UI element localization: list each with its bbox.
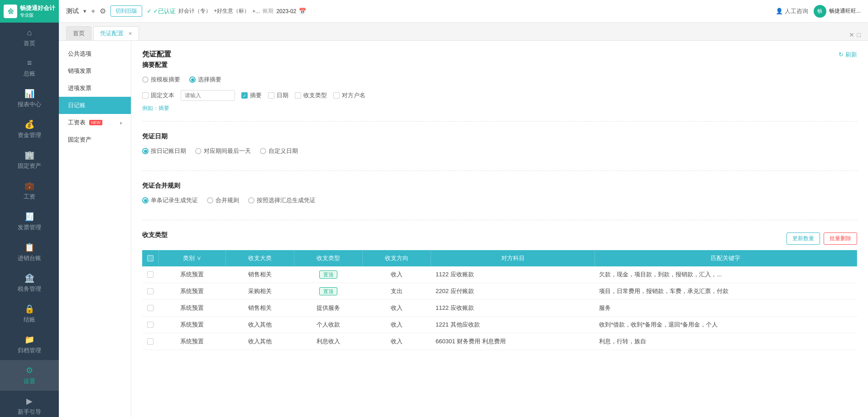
report-icon: 📊 <box>24 89 34 99</box>
update-count-button[interactable]: 更新数量 <box>786 232 820 245</box>
sidebar-item-archive[interactable]: 📁 归档管理 <box>0 329 59 360</box>
menu-item-public[interactable]: 公共选项 <box>59 45 131 62</box>
tab-voucher-config[interactable]: 凭证配置 ✕ <box>93 26 139 40</box>
cell-category: 系统预置 <box>158 300 226 317</box>
check-fixed-text[interactable]: 固定文本 <box>142 91 174 100</box>
left-menu: 公共选项 销项发票 进项发票 日记账 工资表 NEW › 固定资产 <box>59 41 131 417</box>
row-checkbox-cell[interactable] <box>142 300 158 317</box>
summary-checkbox-row: 固定文本 ✓ 摘要 日期 收支类型 <box>142 90 857 101</box>
refresh-button[interactable]: ↻ 刷新 <box>839 51 857 59</box>
merge-option-total[interactable]: 按照选择汇总生成凭证 <box>248 196 316 204</box>
payment-table: 类别 ∨ 收支大类 收支类型 收支方向 对方科目 匹配关键字 系统预置 销售相关 <box>142 250 857 350</box>
example-text: 例如：摘要 <box>142 104 857 112</box>
action-buttons: 更新数量 批量删除 <box>786 232 857 245</box>
check-summary[interactable]: ✓ 摘要 <box>241 91 262 100</box>
user-menu[interactable]: 畅 畅捷通旺旺... <box>814 5 861 18</box>
sidebar: 会 畅捷通好会计 专业版 ⌂ 首页 ≡ 总账 📊 报表中心 💰 资金管理 🏢 固… <box>0 0 59 417</box>
company-dropdown[interactable]: ▾ <box>83 8 86 14</box>
sidebar-item-label: 固定资产 <box>18 162 41 170</box>
row-checkbox-cell[interactable] <box>142 266 158 283</box>
cell-keywords: 项目，日常费用，报销款，车费，承兑汇票，付款 <box>595 283 857 300</box>
window-close-icon[interactable]: ✕ <box>849 31 854 38</box>
th-category: 类别 ∨ <box>158 250 226 266</box>
checkbox-summary: ✓ <box>241 92 248 99</box>
row-checkbox[interactable] <box>147 271 153 278</box>
merge-option-merge[interactable]: 合并规则 <box>207 196 239 204</box>
menu-item-purchase-invoice[interactable]: 进项发票 <box>59 80 131 97</box>
date-option-custom[interactable]: 自定义日期 <box>260 147 298 155</box>
sidebar-item-close[interactable]: 🔒 结账 <box>0 299 59 329</box>
top-tag[interactable]: 置顶 <box>319 287 337 295</box>
tab-home[interactable]: 首页 <box>66 26 91 40</box>
menu-item-payroll[interactable]: 工资表 NEW › <box>59 114 131 131</box>
cell-keywords: 收到*借款，收到*备用金，退回*备用金，个人 <box>595 317 857 333</box>
summary-title: 摘要配置 <box>142 61 857 69</box>
cell-direction: 支出 <box>363 283 431 300</box>
sidebar-item-invoice[interactable]: 🧾 发票管理 <box>0 206 59 237</box>
row-checkbox[interactable] <box>147 288 153 294</box>
row-checkbox-cell[interactable] <box>142 333 158 350</box>
cell-type: 置顶 <box>294 283 363 300</box>
cell-direction: 收入 <box>363 300 431 317</box>
salary-icon: 💼 <box>24 181 34 191</box>
sidebar-item-home[interactable]: ⌂ 首页 <box>0 23 59 53</box>
app-sub: 专业版 <box>20 12 55 19</box>
row-checkbox-cell[interactable] <box>142 283 158 300</box>
menu-item-sales-invoice[interactable]: 销项发票 <box>59 62 131 80</box>
date-option-last[interactable]: 对应期间最后一天 <box>195 147 251 155</box>
date-option-diary[interactable]: 按日记账日期 <box>142 147 186 155</box>
fixed-text-input[interactable] <box>181 90 235 101</box>
window-maximize-icon[interactable]: □ <box>857 31 861 38</box>
tab-close-icon[interactable]: ✕ <box>128 31 132 36</box>
checkbox-counterparty <box>333 92 340 99</box>
batch-delete-button[interactable]: 批量删除 <box>824 232 857 245</box>
check-payment-type[interactable]: 收支类型 <box>295 91 327 100</box>
summary-option-template[interactable]: 按模板摘要 <box>142 76 180 84</box>
radio-custom-date <box>260 148 266 154</box>
sidebar-item-settings[interactable]: ⚙ 设置 <box>0 360 59 391</box>
calendar-icon[interactable]: 📅 <box>299 8 306 14</box>
ledger-icon: ≡ <box>27 58 32 68</box>
th-select-all[interactable] <box>142 250 158 266</box>
archive-icon: 📁 <box>24 335 34 345</box>
cell-category: 系统预置 <box>158 283 226 300</box>
row-checkbox[interactable] <box>147 322 153 328</box>
row-checkbox[interactable] <box>147 305 153 311</box>
summary-option-select[interactable]: 选择摘要 <box>189 76 221 84</box>
cell-direction: 收入 <box>363 317 431 333</box>
sidebar-item-purchase[interactable]: 📋 进销台账 <box>0 237 59 268</box>
sidebar-item-guide[interactable]: ▶ 新手引导 <box>0 391 59 417</box>
menu-item-fixed-assets[interactable]: 固定资产 <box>59 131 131 148</box>
radio-total <box>248 197 254 204</box>
row-checkbox-cell[interactable] <box>142 317 158 333</box>
sidebar-item-tax[interactable]: 🏦 税务管理 <box>0 268 59 299</box>
radio-merge <box>207 197 213 204</box>
cell-type: 置顶 <box>294 266 363 283</box>
sidebar-item-cash[interactable]: 💰 资金管理 <box>0 114 59 145</box>
merge-option-single[interactable]: 单条记录生成凭证 <box>142 196 198 204</box>
product-tag2: +好生意（标） <box>214 7 249 15</box>
sidebar-item-label: 新手引导 <box>18 408 41 416</box>
logo-icon: 会 <box>4 5 17 18</box>
sidebar-item-label: 总账 <box>24 70 35 78</box>
add-button[interactable]: + <box>91 7 95 15</box>
sidebar-item-report[interactable]: 📊 报表中心 <box>0 83 59 114</box>
switch-version-button[interactable]: 切到旧版 <box>110 5 142 17</box>
menu-item-diary[interactable]: 日记账 <box>59 97 131 114</box>
sidebar-item-ledger[interactable]: ≡ 总账 <box>0 53 59 83</box>
panel-header: 凭证配置 ↻ 刷新 <box>142 50 857 59</box>
sidebar-item-label: 进销台账 <box>18 254 41 262</box>
check-date[interactable]: 日期 <box>268 91 288 100</box>
sidebar-item-salary[interactable]: 💼 工资 <box>0 175 59 206</box>
cell-keywords: 欠款，现金，项目款，到款，报销款，汇入，... <box>595 266 857 283</box>
check-counterparty[interactable]: 对方户名 <box>333 91 365 100</box>
row-checkbox[interactable] <box>147 338 153 345</box>
service-button[interactable]: 👤 人工咨询 <box>776 7 808 15</box>
sidebar-item-label: 发票管理 <box>18 223 41 232</box>
sidebar-item-assets[interactable]: 🏢 固定资产 <box>0 145 59 175</box>
cell-category: 系统预置 <box>158 317 226 333</box>
product-tag1: 好会计（专） <box>178 7 211 15</box>
select-all-checkbox[interactable] <box>147 255 153 261</box>
top-tag[interactable]: 置顶 <box>319 270 337 279</box>
settings-button[interactable]: ⚙ <box>100 7 106 15</box>
